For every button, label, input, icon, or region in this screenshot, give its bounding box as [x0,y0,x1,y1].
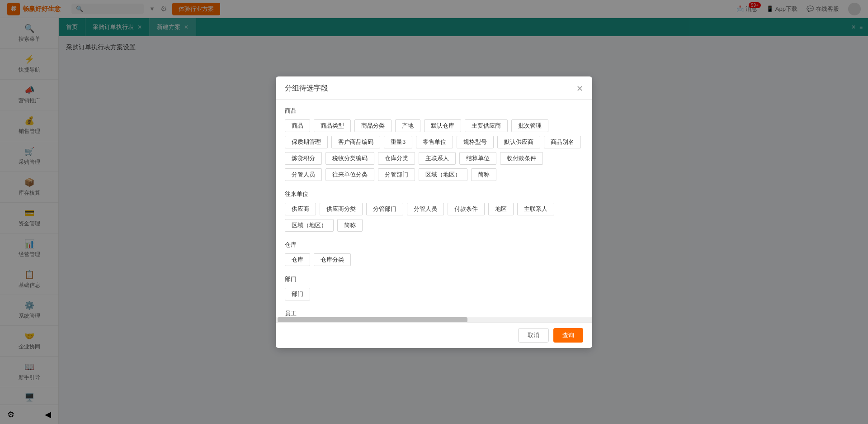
modal: 分组待选字段 ✕ 商品商品商品类型商品分类产地默认仓库主要供应商批次管理保质期管… [276,76,592,348]
field-tag-0-22[interactable]: 分管部门 [378,168,415,181]
field-tag-0-2[interactable]: 商品分类 [354,119,392,132]
modal-overlay[interactable]: 分组待选字段 ✕ 商品商品商品类型商品分类产地默认仓库主要供应商批次管理保质期管… [0,0,868,424]
field-tags-0: 商品商品类型商品分类产地默认仓库主要供应商批次管理保质期管理客户商品编码重量3零… [285,119,583,181]
field-tag-0-0[interactable]: 商品 [285,119,310,132]
field-tag-0-14[interactable]: 炼货积分 [285,152,322,165]
field-tag-1-7[interactable]: 区域（地区） [285,219,334,232]
modal-hscroll[interactable] [276,317,592,322]
field-tag-0-13[interactable]: 商品别名 [544,136,581,148]
field-tag-2-1[interactable]: 仓库分类 [314,253,351,266]
modal-body: 商品商品商品类型商品分类产地默认仓库主要供应商批次管理保质期管理客户商品编码重量… [276,100,592,317]
field-tags-2: 仓库仓库分类 [285,253,583,266]
field-tag-1-5[interactable]: 地区 [488,203,514,215]
modal-footer: 取消 查询 [276,322,592,348]
section-label-4: 员工 [285,310,583,317]
confirm-button[interactable]: 查询 [553,328,583,343]
field-tag-1-2[interactable]: 分管部门 [366,203,403,215]
field-tags-3: 部门 [285,288,583,300]
field-section-3: 部门部门 [285,275,583,300]
field-tag-0-3[interactable]: 产地 [395,119,420,132]
field-tag-0-8[interactable]: 客户商品编码 [331,136,380,148]
field-tag-0-12[interactable]: 默认供应商 [497,136,540,148]
field-tag-0-24[interactable]: 简称 [471,168,496,181]
field-tag-0-23[interactable]: 区域（地区） [419,168,467,181]
field-tags-1: 供应商供应商分类分管部门分管人员付款条件地区主联系人区域（地区）简称 [285,203,583,232]
section-label-1: 往来单位 [285,190,583,198]
field-section-2: 仓库仓库仓库分类 [285,241,583,266]
section-label-2: 仓库 [285,241,583,249]
field-tag-0-10[interactable]: 零售单位 [416,136,453,148]
field-tag-0-19[interactable]: 收付款条件 [500,152,543,165]
field-tag-0-5[interactable]: 主要供应商 [465,119,508,132]
field-tag-0-15[interactable]: 税收分类编码 [326,152,374,165]
field-tag-0-6[interactable]: 批次管理 [511,119,548,132]
field-tag-0-11[interactable]: 规格型号 [457,136,494,148]
modal-title: 分组待选字段 [285,84,328,93]
field-tag-1-6[interactable]: 主联系人 [517,203,554,215]
field-tag-0-21[interactable]: 往来单位分类 [326,168,374,181]
field-section-4: 员工业务员 [285,310,583,317]
field-tag-0-20[interactable]: 分管人员 [285,168,322,181]
field-tag-0-16[interactable]: 仓库分类 [378,152,415,165]
field-tag-1-1[interactable]: 供应商分类 [320,203,363,215]
field-tag-0-1[interactable]: 商品类型 [314,119,351,132]
section-label-3: 部门 [285,275,583,283]
field-tag-0-17[interactable]: 主联系人 [419,152,456,165]
field-section-1: 往来单位供应商供应商分类分管部门分管人员付款条件地区主联系人区域（地区）简称 [285,190,583,232]
field-tag-2-0[interactable]: 仓库 [285,253,310,266]
field-tag-1-4[interactable]: 付款条件 [448,203,485,215]
field-tag-0-4[interactable]: 默认仓库 [424,119,461,132]
field-section-0: 商品商品商品类型商品分类产地默认仓库主要供应商批次管理保质期管理客户商品编码重量… [285,107,583,181]
field-tag-1-0[interactable]: 供应商 [285,203,316,215]
field-tag-0-18[interactable]: 结算单位 [459,152,496,165]
modal-close-btn[interactable]: ✕ [576,84,583,94]
field-tag-3-0[interactable]: 部门 [285,288,310,300]
cancel-button[interactable]: 取消 [518,328,549,343]
field-tag-0-7[interactable]: 保质期管理 [285,136,328,148]
section-label-0: 商品 [285,107,583,115]
field-tag-1-3[interactable]: 分管人员 [407,203,444,215]
field-tag-1-8[interactable]: 简称 [337,219,363,232]
field-tag-0-9[interactable]: 重量3 [384,136,412,148]
modal-header: 分组待选字段 ✕ [276,76,592,100]
